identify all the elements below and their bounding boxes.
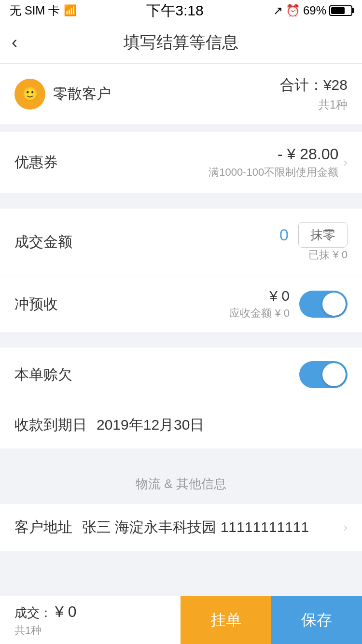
avatar: 🙂	[14, 79, 45, 110]
battery-fill	[331, 7, 345, 14]
section-divider-2	[0, 340, 362, 348]
customer-section: 🙂 零散客户 合计：¥28 共1种	[0, 64, 362, 124]
location-icon: ↗	[273, 4, 283, 17]
save-button[interactable]: 保存	[271, 596, 362, 644]
customer-row: 🙂 零散客户 合计：¥28 共1种	[0, 64, 362, 124]
advance-amount: ¥ 0	[229, 288, 290, 304]
status-bar: 无 SIM 卡 📶 下午3:18 ↗ ⏰ 69%	[0, 0, 362, 21]
coupon-section[interactable]: 优惠券 - ¥ 28.00 满1000-100不限制使用金额 ›	[0, 132, 362, 193]
coupon-info: - ¥ 28.00 满1000-100不限制使用金额	[209, 145, 338, 180]
advance-receivable: 应收金额 ¥ 0	[229, 306, 290, 321]
page-title: 填写结算等信息	[124, 31, 238, 54]
total-count: 共1种	[280, 97, 348, 112]
customer-name: 零散客户	[53, 84, 111, 104]
debit-toggle-knob	[322, 363, 346, 386]
deducted-label: 已抹 ¥ 0	[250, 248, 348, 262]
section-divider-3	[0, 456, 362, 464]
advance-label: 冲预收	[14, 294, 58, 314]
advance-toggle[interactable]	[299, 291, 348, 318]
debit-label: 本单赊欠	[14, 365, 72, 385]
transaction-amount-row: 成交金额 抹零 已抹 ¥ 0	[0, 209, 362, 276]
advance-amounts: ¥ 0 应收金额 ¥ 0	[229, 288, 290, 321]
coupon-row[interactable]: 优惠券 - ¥ 28.00 满1000-100不限制使用金额 ›	[0, 132, 362, 193]
address-value: 张三 海淀永丰科技园 11111111111	[82, 518, 343, 537]
debit-section: 本单赊欠 收款到期日 2019年12月30日	[0, 348, 362, 448]
bottom-bar: 成交： ¥ 0 共1种 挂单 保存	[0, 596, 362, 644]
due-date-label: 收款到期日	[14, 415, 87, 435]
status-right: ↗ ⏰ 69%	[273, 4, 352, 17]
due-date-row: 收款到期日 2019年12月30日	[0, 402, 362, 448]
battery-percent: 69%	[303, 4, 326, 17]
logistics-divider-left	[24, 484, 126, 484]
carrier-text: 无 SIM 卡	[10, 3, 60, 18]
coupon-right: - ¥ 28.00 满1000-100不限制使用金额 ›	[209, 145, 348, 180]
coupon-desc: 满1000-100不限制使用金额	[209, 165, 338, 180]
advance-charge-row: 冲预收 ¥ 0 应收金额 ¥ 0	[0, 276, 362, 332]
alarm-icon: ⏰	[286, 4, 300, 17]
transaction-right: 抹零 已抹 ¥ 0	[250, 222, 348, 262]
nav-bar: ‹ 填写结算等信息	[0, 21, 362, 64]
status-left: 无 SIM 卡 📶	[10, 3, 77, 18]
address-label: 客户地址	[14, 518, 72, 537]
due-date-value: 2019年12月30日	[97, 415, 204, 435]
address-section[interactable]: 客户地址 张三 海淀永丰科技园 11111111111 ›	[0, 504, 362, 551]
bottom-transaction-amount: ¥ 0	[55, 603, 76, 621]
address-chevron-icon: ›	[343, 520, 348, 535]
wifi-icon: 📶	[64, 4, 77, 17]
transaction-input-row: 抹零	[250, 222, 348, 248]
coupon-discount: - ¥ 28.00	[209, 145, 338, 163]
transaction-amount-input[interactable]	[250, 225, 289, 244]
avatar-icon: 🙂	[22, 86, 39, 102]
bottom-info: 成交： ¥ 0 共1种	[0, 603, 181, 638]
transaction-section: 成交金额 抹零 已抹 ¥ 0 冲预收 ¥ 0 应收金额 ¥ 0	[0, 209, 362, 332]
bottom-total-row: 成交： ¥ 0	[14, 603, 166, 621]
hang-button[interactable]: 挂单	[181, 596, 271, 644]
battery-icon	[329, 5, 352, 16]
round-off-button[interactable]: 抹零	[298, 222, 348, 248]
bottom-count: 共1种	[14, 623, 166, 638]
total-amount: 合计：¥28	[280, 75, 348, 95]
chevron-right-icon: ›	[343, 155, 348, 170]
back-button[interactable]: ‹	[12, 32, 17, 53]
toggle-knob	[322, 293, 346, 316]
transaction-label: 成交金额	[14, 232, 72, 252]
logistics-header: 物流 & 其他信息	[0, 464, 362, 504]
coupon-label: 优惠券	[14, 153, 58, 172]
time-display: 下午3:18	[146, 1, 203, 21]
logistics-title: 物流 & 其他信息	[136, 476, 226, 492]
customer-total: 合计：¥28 共1种	[280, 75, 348, 112]
section-divider-1	[0, 201, 362, 209]
bottom-transaction-label: 成交：	[14, 604, 52, 621]
advance-right: ¥ 0 应收金额 ¥ 0	[229, 288, 348, 321]
address-row[interactable]: 客户地址 张三 海淀永丰科技园 11111111111 ›	[0, 504, 362, 551]
debit-toggle[interactable]	[299, 361, 348, 388]
customer-left: 🙂 零散客户	[14, 79, 111, 110]
logistics-divider-right	[236, 484, 338, 484]
debit-row: 本单赊欠	[0, 348, 362, 402]
